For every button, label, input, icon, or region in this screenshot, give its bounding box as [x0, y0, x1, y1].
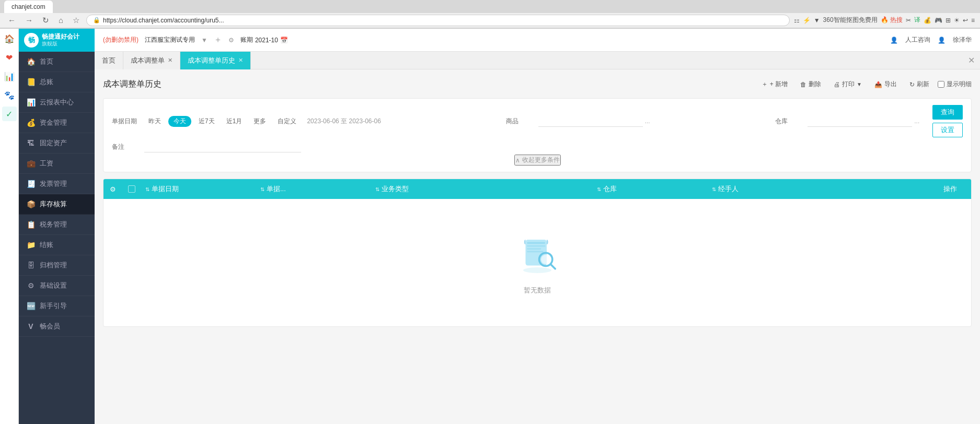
- table-settings-icon: ⚙: [110, 185, 116, 193]
- sun-icon[interactable]: ☀: [954, 17, 960, 24]
- add-button[interactable]: ＋ + 新增: [757, 78, 792, 91]
- th-checkbox[interactable]: [122, 185, 141, 193]
- tab-bar-close-all[interactable]: ✕: [963, 55, 980, 65]
- sidebar-item-payroll[interactable]: 💼 工资: [19, 154, 95, 174]
- browser-tab[interactable]: chanjet.com: [4, 1, 53, 13]
- finance-nav-icon: 💰: [26, 119, 36, 127]
- add-account-icon[interactable]: ＋: [214, 34, 222, 45]
- scissor-icon[interactable]: ✂: [906, 17, 911, 24]
- date-btn-yesterday[interactable]: 昨天: [144, 116, 165, 127]
- add-label: + 新增: [770, 80, 788, 89]
- date-separator: 至: [341, 117, 349, 125]
- delete-button[interactable]: 🗑 删除: [796, 78, 825, 91]
- sidebar-item-reports[interactable]: 📊 云报表中心: [19, 92, 95, 113]
- sidebar-item-ledger[interactable]: 📒 总账: [19, 72, 95, 92]
- forward-button[interactable]: →: [22, 15, 36, 26]
- sidebar-item-finance[interactable]: 💰 资金管理: [19, 113, 95, 133]
- account-dropdown-icon[interactable]: ▼: [201, 37, 207, 44]
- user-name[interactable]: 徐泽华: [953, 36, 972, 44]
- sidebar-item-guide[interactable]: 🆕 新手引导: [19, 296, 95, 316]
- sidebar-item-inventory[interactable]: 📦 库存核算: [19, 194, 95, 215]
- date-btn-1month[interactable]: 近1月: [222, 116, 247, 127]
- goods-input[interactable]: [538, 116, 643, 127]
- empty-state-text: 暂无数据: [524, 286, 551, 295]
- translate-icon[interactable]: 译: [914, 16, 920, 25]
- guide-nav-icon: 🆕: [26, 302, 36, 310]
- iconbar-item-1[interactable]: 🏠: [2, 31, 17, 46]
- tab-bar: 首页 成本调整单 ✕ 成本调整单历史 ✕ ✕: [95, 52, 980, 69]
- tab-cost-adjust-close[interactable]: ✕: [168, 57, 172, 64]
- sidebar-label-payroll: 工资: [40, 159, 53, 168]
- print-icon: 🖨: [834, 81, 840, 88]
- url-bar[interactable]: 🔒 https://cloud.chanjet.com/accounting/u…: [86, 15, 790, 26]
- date-range-display: 2023-06-06 至 2023-06-06: [307, 117, 381, 126]
- refresh-button[interactable]: ↻ 刷新: [905, 78, 933, 91]
- extensions-icon[interactable]: ⚏: [794, 17, 800, 24]
- th-handler[interactable]: ⇅ 经手人: [708, 184, 929, 194]
- export-button[interactable]: 📤 导出: [870, 78, 901, 91]
- reload-button[interactable]: ↻: [40, 15, 52, 26]
- iconbar-item-5[interactable]: ✓: [2, 107, 17, 121]
- calendar-icon[interactable]: 📅: [280, 37, 288, 44]
- settings-account-icon[interactable]: ⚙: [228, 37, 234, 44]
- dropdown-browser[interactable]: ▼: [814, 17, 820, 24]
- table-select-all-checkbox[interactable]: [128, 185, 135, 193]
- th-warehouse[interactable]: ⇅ 仓库: [593, 184, 708, 194]
- settings-filter-button[interactable]: 设置: [932, 123, 963, 137]
- sidebar-item-fixed-assets[interactable]: 🏗 固定资产: [19, 133, 95, 154]
- search-360-label[interactable]: 360智能抠图免费用: [823, 16, 878, 25]
- date-btn-custom[interactable]: 自定义: [273, 116, 301, 127]
- sidebar-item-tax[interactable]: 📋 税务管理: [19, 215, 95, 235]
- iconbar-item-2[interactable]: ❤: [2, 50, 17, 65]
- date-btn-more[interactable]: 更多: [249, 116, 270, 127]
- game-icon[interactable]: 🎮: [935, 17, 942, 24]
- th-number[interactable]: ⇅ 单据...: [256, 184, 371, 194]
- coin-icon[interactable]: 💰: [924, 17, 931, 24]
- tab-cost-adjust[interactable]: 成本调整单 ✕: [123, 52, 180, 69]
- sidebar-item-home[interactable]: 🏠 首页: [19, 52, 95, 72]
- th-date[interactable]: ⇅ 单据日期: [141, 184, 256, 194]
- date-btn-today[interactable]: 今天: [168, 116, 191, 127]
- query-button[interactable]: 查询: [932, 105, 963, 120]
- iconbar-item-3[interactable]: 📊: [2, 69, 17, 84]
- note-filter-label: 备注: [112, 143, 138, 151]
- undo-icon[interactable]: ↩: [963, 17, 968, 24]
- show-cols-checkbox[interactable]: [938, 81, 944, 88]
- logo-sub: 旗舰版: [42, 40, 79, 48]
- print-dropdown-icon: ▼: [857, 81, 862, 87]
- sidebar-label-invoice: 发票管理: [40, 179, 67, 189]
- date-btn-7days[interactable]: 近7天: [194, 116, 219, 127]
- ledger-nav-icon: 📒: [26, 78, 36, 86]
- top-header-left: (勿删勿禁用) 江西服宝测试专用 ▼ ＋ ⚙ 账期 2021-10 📅: [103, 34, 288, 45]
- consult-label[interactable]: 人工咨询: [905, 36, 930, 44]
- th-warehouse-sort-icon: ⇅: [597, 186, 601, 192]
- home-button[interactable]: ⌂: [56, 15, 66, 26]
- warehouse-more-btn[interactable]: ...: [914, 117, 919, 125]
- print-button[interactable]: 🖨 打印 ▼: [829, 78, 866, 91]
- sidebar-item-settings[interactable]: ⚙ 基础设置: [19, 276, 95, 296]
- sidebar-logo[interactable]: 畅 畅捷通好会计 旗舰版: [19, 29, 95, 52]
- hot-search-label[interactable]: 🔥 热搜: [881, 16, 903, 25]
- iconbar-item-4[interactable]: 🐾: [2, 88, 17, 102]
- warehouse-input[interactable]: [808, 116, 912, 127]
- sidebar-item-invoice[interactable]: 🧾 发票管理: [19, 174, 95, 194]
- tab-cost-adjust-history[interactable]: 成本调整单历史 ✕: [180, 52, 251, 69]
- account-name: 江西服宝测试专用: [145, 36, 195, 44]
- th-biz-type[interactable]: ⇅ 业务类型: [371, 184, 593, 194]
- page-content: 成本调整单历史 ＋ + 新增 🗑 删除 🖨 打印 ▼: [95, 69, 980, 424]
- grid-icon[interactable]: ⊞: [946, 17, 951, 24]
- goods-more-btn[interactable]: ...: [645, 117, 650, 125]
- th-settings[interactable]: ⚙: [103, 185, 122, 193]
- tab-cost-adjust-label: 成本调整单: [131, 56, 165, 65]
- note-input[interactable]: [144, 142, 301, 152]
- sidebar-item-vip[interactable]: V 畅会员: [19, 316, 95, 337]
- back-button[interactable]: ←: [5, 15, 18, 26]
- sidebar-item-archive[interactable]: 🗄 归档管理: [19, 255, 95, 276]
- collapse-button[interactable]: ∧ 收起更多条件: [514, 155, 561, 166]
- star-button[interactable]: ☆: [70, 15, 82, 26]
- sidebar-item-closing[interactable]: 📁 结账: [19, 235, 95, 255]
- tab-cost-adjust-history-close[interactable]: ✕: [238, 57, 243, 64]
- menu-icon[interactable]: ≡: [971, 17, 975, 24]
- lightning-icon[interactable]: ⚡: [803, 17, 811, 24]
- tab-home[interactable]: 首页: [95, 52, 123, 69]
